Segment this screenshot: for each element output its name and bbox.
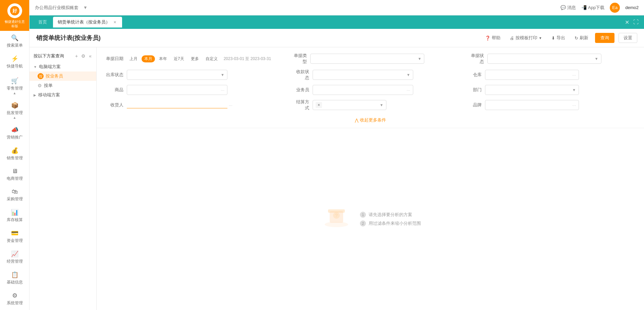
tree-item-label: 电脑端方案: [39, 64, 61, 70]
topbar-right: 💬 消息 📲 App下载 Ea demo2: [560, 3, 639, 13]
app-download-btn[interactable]: 📲 App下载: [581, 5, 604, 11]
date-btn-more[interactable]: 更多: [188, 55, 202, 62]
empty-hint-2: 2 用过滤条件来缩小分析范围: [360, 220, 421, 226]
date-btn-last-month[interactable]: 上月: [127, 55, 140, 62]
message-label: 消息: [567, 5, 576, 11]
template-print-btn[interactable]: 🖨 按模板打印 ▼: [507, 34, 545, 42]
order-status-select[interactable]: ▼: [487, 54, 601, 64]
date-btn-last-7[interactable]: 近7天: [171, 55, 187, 62]
warehouse-dots-icon: ···: [572, 72, 576, 78]
chevron-up-icon: ▲: [13, 116, 16, 119]
tab-home-label: 首页: [38, 19, 47, 25]
sidebar-item-sales[interactable]: 💰 销售管理: [0, 144, 29, 164]
sidebar-item-inventory[interactable]: 📊 库存核算: [0, 205, 29, 226]
filter-row-1: 单据日期 上月 本月 本年 近7天 更多 自定义 2023-03-01 至 20…: [103, 53, 637, 65]
order-type-label: 单据类型: [290, 53, 310, 65]
collapse-panel-btn[interactable]: «: [88, 53, 92, 59]
consignee-input[interactable]: [127, 102, 227, 108]
tree-item-mobile[interactable]: ▶ 移动端方案: [30, 90, 96, 100]
settings-scheme-btn[interactable]: ⚙: [80, 53, 86, 59]
date-btn-custom[interactable]: 自定义: [203, 55, 220, 62]
avatar-initials: Ea: [612, 5, 618, 10]
sidebar-item-ecom[interactable]: 🖥 电商管理: [0, 164, 29, 185]
warehouse-control: ···: [485, 70, 637, 80]
logo-text: 畅捷通好生意 标版: [5, 19, 25, 28]
tab-close-all-btn[interactable]: ✕: [624, 18, 631, 27]
payment-status-select[interactable]: ▼: [313, 70, 413, 80]
sidebar-item-system[interactable]: ⚙ 系统管理: [0, 289, 29, 309]
hint-1-text: 请先选择要分析的方案: [369, 212, 412, 218]
export-icon: ⬇: [551, 36, 555, 41]
print-icon: 🖨: [510, 36, 514, 41]
sidebar-item-purchase[interactable]: 🛍 采购管理: [0, 185, 29, 205]
sidebar-item-ops[interactable]: 📈 经营管理: [0, 247, 29, 268]
sidebar-item-marketing[interactable]: 📣 营销推广: [0, 123, 29, 144]
brand-select[interactable]: ···: [485, 100, 579, 110]
collapse-label: 收起更多条件: [360, 117, 386, 123]
topbar-title[interactable]: 办公用品行业模拟账套: [35, 5, 78, 11]
username[interactable]: demo2: [625, 5, 639, 10]
sidebar-item-label: 采购管理: [7, 196, 23, 202]
tree-item-desktop[interactable]: ▼ 电脑端方案: [30, 62, 96, 71]
order-status-label: 单据状态: [467, 53, 487, 65]
refresh-btn[interactable]: ↻ 刷新: [572, 34, 591, 42]
date-btn-this-year[interactable]: 本年: [156, 55, 170, 62]
sidebar-item-quick-nav[interactable]: ⚡ 快捷导航: [0, 52, 29, 72]
hint-2-text: 用过滤条件来缩小分析范围: [369, 220, 421, 226]
sidebar-item-wholesale[interactable]: 📦 批发管理 ▲: [0, 98, 29, 123]
sidebar-item-base[interactable]: 📋 基础信息: [0, 268, 29, 289]
sidebar-item-retail[interactable]: 🛒 零售管理 ▲: [0, 74, 29, 98]
staff-select[interactable]: ···: [313, 85, 413, 95]
retail-icon: 🛒: [11, 77, 18, 85]
export-label: 导出: [556, 35, 565, 41]
tab-sales-stat-label: 销货单统计表（按业务员）: [58, 19, 110, 25]
tree-item-by-staff[interactable]: 按 按业务员: [30, 71, 96, 81]
order-type-select[interactable]: ▼: [310, 54, 424, 64]
refresh-icon: ↻: [575, 36, 578, 41]
tab-expand-btn[interactable]: ⛶: [632, 18, 640, 27]
settlement-select[interactable]: × ▼: [313, 100, 386, 110]
warehouse-select[interactable]: ···: [485, 70, 579, 80]
sidebar-item-label: 搜索菜单: [7, 43, 23, 48]
export-btn[interactable]: ⬇ 导出: [549, 34, 568, 42]
tab-close-btn[interactable]: ✕: [112, 19, 117, 25]
query-button[interactable]: 查询: [595, 33, 614, 43]
collapse-filter-btn[interactable]: ⋀ 收起更多条件: [103, 115, 637, 125]
bullet-1: 1: [360, 212, 366, 218]
help-btn[interactable]: ❓ 帮助: [482, 34, 503, 42]
filter-row-4: 收货人 ··· 结算方式 × ▼: [103, 99, 637, 111]
settings-button[interactable]: 设置: [619, 33, 637, 43]
topbar-dropdown-icon[interactable]: ▼: [83, 5, 88, 10]
ecom-icon: 🖥: [12, 168, 18, 175]
print-dropdown-icon: ▼: [539, 36, 542, 40]
message-icon: 💬: [560, 5, 566, 10]
goods-select[interactable]: ···: [127, 85, 227, 95]
tab-sales-stat[interactable]: 销货单统计表（按业务员） ✕: [53, 17, 122, 28]
sidebar-item-label: 零售管理: [7, 86, 23, 91]
wholesale-icon: 📦: [11, 102, 18, 109]
left-panel: 按以下方案查询 + ⚙ « ▼ 电脑端方案 按 按业务员: [30, 47, 97, 310]
date-shortcuts: 上月 本月 本年 近7天 更多 自定义 2023-03-01 至 2023-03…: [127, 55, 271, 62]
sidebar-item-search[interactable]: 🔍 搜索菜单: [0, 31, 29, 52]
finance-icon: 💳: [11, 229, 18, 237]
tree-item-by-order[interactable]: ⚙ 按单: [30, 81, 96, 90]
tab-home[interactable]: 首页: [34, 17, 52, 28]
sidebar-item-label: 系统管理: [7, 300, 23, 306]
dept-select[interactable]: ▼: [485, 85, 579, 95]
content: 按以下方案查询 + ⚙ « ▼ 电脑端方案 按 按业务员: [30, 47, 644, 310]
tree-item-label: 按单: [44, 83, 53, 89]
goods-label: 商品: [103, 87, 127, 93]
brand-dots-icon: ···: [572, 103, 576, 108]
message-btn[interactable]: 💬 消息: [560, 5, 576, 11]
staff-label: 业务员: [292, 87, 313, 93]
order-status-caret-icon: ▼: [595, 57, 598, 61]
svg-text:好: 好: [12, 8, 17, 13]
sidebar-item-label: 基础信息: [7, 279, 23, 285]
sidebar-item-finance[interactable]: 💳 资金管理: [0, 226, 29, 247]
date-btn-this-month[interactable]: 本月: [142, 55, 155, 62]
add-scheme-btn[interactable]: +: [74, 53, 78, 59]
filter-row-2: 出库状态 ▼ 收款状态 ▼: [103, 69, 637, 81]
stock-status-select[interactable]: ▼: [127, 70, 227, 80]
chevron-down-icon: ▲: [13, 91, 16, 95]
settlement-tag-close[interactable]: ×: [318, 103, 320, 107]
